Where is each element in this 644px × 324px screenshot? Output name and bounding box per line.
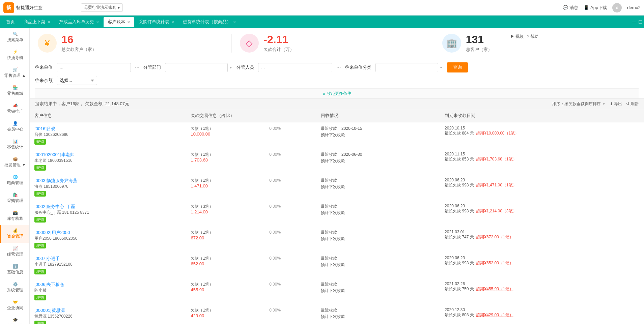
- sidebar-item-ecommerce[interactable]: 🌐 电商管理: [0, 171, 29, 189]
- filter-input-person[interactable]: [258, 63, 332, 72]
- sidebar-item-retail-mall[interactable]: 🏪 零售商城: [0, 82, 29, 100]
- max-overdue-label-5: 最长欠款 998 天 超期¥652.00（1笔）: [445, 260, 639, 266]
- debt-amount-2[interactable]: 1,471.00: [191, 183, 260, 188]
- retail-mall-icon: 🏪: [2, 85, 28, 90]
- overdue-link-5[interactable]: 超期¥652.00（1笔）: [476, 261, 513, 265]
- filter-area: 往来单位 ··· 分管部门 ▼ 分管人员 ··· 往来单位分类 ▼ 查询: [30, 58, 644, 99]
- top-bar: 畅 畅捷通好生意 母婴行业演示账套 ▾ 💬 消息 📱 App下载 d demo2: [0, 0, 644, 16]
- cell-percent-4: 0.00%: [264, 226, 316, 252]
- sidebar-item-marketing[interactable]: 📣 营销推广: [0, 100, 29, 118]
- customer-tag-6: 现销: [34, 295, 46, 300]
- filter-label-unit: 往来单位: [35, 64, 53, 70]
- tab-customer-account[interactable]: 客户账本 ✕: [104, 17, 134, 27]
- sidebar-batch-mgmt-label: 批发管理 ▼: [2, 162, 28, 168]
- sidebar-item-basic-info[interactable]: ℹ️ 基础信息: [0, 261, 29, 278]
- customer-name-0[interactable]: [0016]吕俊: [34, 126, 181, 132]
- due-date-0: 2020.10.15: [445, 126, 639, 130]
- sidebar-item-retail-mgmt[interactable]: 🛒 零售管理 ▲: [0, 64, 29, 82]
- tab-home[interactable]: 首页: [2, 17, 19, 27]
- debt-amount-7[interactable]: 429.00: [191, 313, 260, 318]
- tab-product-offline[interactable]: 商品上下架 ✕: [20, 17, 54, 27]
- sidebar-operation-label: 经营管理: [2, 252, 28, 257]
- sidebar-item-system[interactable]: ⚙️ 系统管理: [0, 278, 29, 296]
- sidebar-inventory-label: 库存核算: [2, 216, 28, 222]
- cell-debt-3: 欠款（3笔） 1,214.00: [186, 200, 264, 226]
- tab-bar: 首页 商品上下架 ✕ 产成品入库单历史 ✕ 客户账本 ✕ 采购订单统计表 ✕ 进…: [0, 16, 644, 28]
- cell-recovery-2: 最近收款 预计下次收款: [316, 174, 440, 200]
- sidebar-quick-nav-label: 快捷导航: [2, 55, 28, 61]
- debt-amount-6[interactable]: 455.90: [191, 287, 260, 292]
- message-btn[interactable]: 💬 消息: [563, 5, 578, 11]
- sidebar-item-purchase[interactable]: 🛍️ 采购管理: [0, 189, 29, 207]
- overdue-link-2[interactable]: 超期¥1,471.00（1笔）: [476, 183, 516, 187]
- customer-name-2[interactable]: [0003]畅捷服务尹海燕: [34, 178, 181, 184]
- customer-name-3[interactable]: [0002]服务中心_丁磊: [34, 204, 181, 210]
- filter-person-dots[interactable]: ···: [336, 64, 341, 70]
- debt-amount-3[interactable]: 1,214.00: [191, 209, 260, 214]
- avatar[interactable]: d: [612, 3, 622, 12]
- table-header-row: 客户信息 欠款交易信息（占比） 回收情况 到期未收款日期: [30, 109, 644, 122]
- sidebar-item-enterprise-coop[interactable]: 🤝 企业协同: [0, 296, 29, 314]
- debt-amount-4[interactable]: 672.00: [191, 235, 260, 240]
- export-btn[interactable]: ⬆ 导出: [610, 101, 622, 107]
- app-download-btn[interactable]: 📱 App下载: [584, 5, 607, 11]
- overdue-link-1[interactable]: 超期¥1,703.68（1笔）: [476, 157, 516, 161]
- debt-amount-0[interactable]: 10,000.00: [191, 131, 260, 137]
- tab-product-history[interactable]: 产成品入库单历史 ✕: [55, 17, 103, 27]
- dept-arrow-icon: ▼: [229, 66, 232, 69]
- sidebar-item-capital[interactable]: 💰 资金管理: [0, 225, 29, 243]
- tab-purchase-order-close[interactable]: ✕: [171, 20, 174, 24]
- export-icon: ⬆: [610, 101, 613, 106]
- sidebar-item-member-center[interactable]: 👤 会员中心: [0, 118, 29, 136]
- store-selector[interactable]: 母婴行业演示账套 ▾: [81, 3, 123, 12]
- sidebar-item-retail-stats[interactable]: 📊 零售统计: [0, 136, 29, 153]
- avatar-initials: d: [616, 5, 618, 10]
- sidebar-item-new-guide[interactable]: 🎓 新手引导: [0, 314, 29, 324]
- due-date-5: 2020.06.23: [445, 256, 639, 260]
- sidebar-item-inventory[interactable]: 🗃️ 库存核算: [0, 207, 29, 225]
- filter-input-dept[interactable]: [165, 63, 228, 72]
- tab-purchase-stats-close[interactable]: ✕: [233, 20, 236, 24]
- overdue-link-7[interactable]: 超期¥429.00（1笔）: [476, 313, 513, 317]
- customer-name-4[interactable]: [000002]用户2050: [34, 230, 181, 236]
- user-name: demo2: [627, 5, 641, 10]
- filter-input-unit[interactable]: [57, 63, 131, 72]
- debt-label-4: 欠款（1笔）: [191, 230, 260, 235]
- customer-name-5[interactable]: [0007]小进千: [34, 256, 181, 262]
- maximize-icon[interactable]: □: [639, 19, 642, 25]
- tab-product-offline-close[interactable]: ✕: [48, 20, 50, 24]
- filter-unit-dots[interactable]: ···: [135, 64, 139, 70]
- debt-percent-6: 0.00%: [269, 282, 281, 287]
- result-bar-right: 排序：按欠款金额倒序排序 ▼ ⬆ 导出 ↺ 刷新: [552, 101, 639, 107]
- overdue-link-4[interactable]: 超期¥672.00（1笔）: [476, 235, 513, 239]
- sidebar-item-batch-mgmt[interactable]: 📦 批发管理 ▼: [0, 153, 29, 171]
- search-button[interactable]: 查询: [447, 62, 468, 72]
- tab-customer-account-close[interactable]: ✕: [127, 20, 130, 24]
- customer-name-1[interactable]: [0001020001]李老师: [34, 152, 181, 158]
- sidebar-basic-info-label: 基础信息: [2, 269, 28, 275]
- sidebar-item-quick-nav[interactable]: ⚡ 快捷导航: [0, 46, 29, 64]
- debt-amount-1[interactable]: 1,703.68: [191, 157, 260, 163]
- collapse-btn[interactable]: ∧ 收起更多条件: [35, 88, 639, 98]
- sort-select-wrap: 排序：按欠款金额倒序排序 ▼: [552, 101, 606, 107]
- overdue-link-3[interactable]: 超期¥1,214.00（3笔）: [476, 209, 516, 213]
- help-btn[interactable]: ? 帮助: [527, 34, 538, 39]
- sidebar-item-search-menu[interactable]: 🔍 搜索菜单: [0, 28, 29, 46]
- last-pay-label-7: 最近收款: [321, 307, 435, 313]
- filter-select-balance[interactable]: 选择...: [57, 76, 97, 85]
- sidebar-item-operation[interactable]: 📈 经营管理: [0, 243, 29, 261]
- video-btn[interactable]: ▶ 视频: [510, 34, 524, 39]
- overdue-link-0[interactable]: 超期¥10,000.00（1笔）: [476, 131, 519, 136]
- customer-name-7[interactable]: [000001]黄思源: [34, 307, 181, 314]
- customer-name-6[interactable]: [0006]去下粮仓: [34, 282, 181, 288]
- minimize-icon[interactable]: ─: [632, 19, 636, 25]
- tab-purchase-order[interactable]: 采购订单统计表 ✕: [135, 17, 178, 27]
- overdue-link-6[interactable]: 超期¥455.90（1笔）: [476, 287, 513, 291]
- refresh-btn[interactable]: ↺ 刷新: [626, 101, 639, 107]
- tab-purchase-stats[interactable]: 进货单统计表（按商品） ✕: [179, 17, 240, 27]
- debt-amount-5[interactable]: 652.00: [191, 261, 260, 266]
- customer-contact-2: 海燕 18513066976: [34, 184, 181, 189]
- tab-product-history-close[interactable]: ✕: [96, 20, 99, 24]
- filter-input-category[interactable]: [375, 63, 438, 72]
- table-row: [0002]服务中心_丁磊 服务中心_丁磊 181 0125 8371 现销 欠…: [30, 200, 644, 226]
